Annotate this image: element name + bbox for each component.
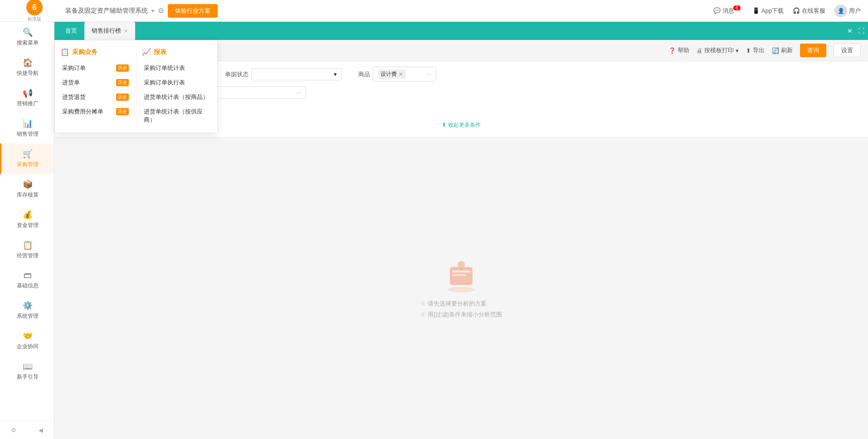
dropdown-item-delivery-stat-supplier[interactable]: 进货单统计表（按供应商） [142,104,212,127]
dropdown-label-delivery-stat-supplier: 进货单统计表（按供应商） [144,108,210,124]
purchase-header-icon: 📋 [60,48,69,56]
dropdown-menu: 📋 采购业务 采购订单 历史 进货单 历史 进货退货 历史 采购费用分摊单 历史… [54,40,218,133]
dropdown-label-purchase-order: 采购订单 [62,64,86,72]
dropdown-badge-return: 历史 [116,94,129,101]
dropdown-item-return[interactable]: 进货退货 历史 [60,90,131,104]
dropdown-badge-purchase-order: 历史 [116,64,129,72]
dropdown-col-report: 📈 报表 采购订单统计表 采购订单执行表 进货单统计表（按商品） 进货单统计表（… [136,46,218,127]
dropdown-report-title: 报表 [154,48,166,56]
dropdown-purchase-title: 采购业务 [72,48,98,56]
dropdown-item-purchase-order[interactable]: 采购订单 历史 [60,61,131,75]
report-header-icon: 📈 [142,48,151,56]
dropdown-label-expense: 采购费用分摊单 [62,108,103,116]
dropdown-report-header: 📈 报表 [142,46,212,61]
dropdown-label-return: 进货退货 [62,93,86,101]
dropdown-item-purchase-order-stat[interactable]: 采购订单统计表 [142,61,212,75]
dropdown-label-delivery: 进货单 [62,79,80,87]
dropdown-badge-expense: 历史 [116,108,129,115]
dropdown-item-expense[interactable]: 采购费用分摊单 历史 [60,104,131,119]
dropdown-label-purchase-order-stat: 采购订单统计表 [144,64,185,72]
dropdown-label-purchase-order-exec: 采购订单执行表 [144,79,185,87]
dropdown-label-delivery-stat-goods: 进货单统计表（按商品） [144,93,209,101]
dropdown-item-purchase-order-exec[interactable]: 采购订单执行表 [142,75,212,90]
dropdown-col-purchase: 📋 采购业务 采购订单 历史 进货单 历史 进货退货 历史 采购费用分摊单 历史 [55,46,136,127]
dropdown-item-delivery[interactable]: 进货单 历史 [60,75,131,90]
dropdown-badge-delivery: 历史 [116,79,129,86]
dropdown-item-delivery-stat-goods[interactable]: 进货单统计表（按商品） [142,90,212,104]
dropdown-purchase-header: 📋 采购业务 [60,46,131,61]
